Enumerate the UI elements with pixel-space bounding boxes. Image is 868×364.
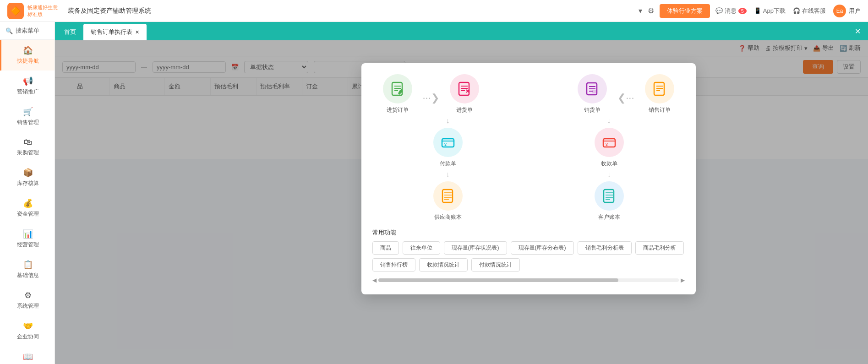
sidebar: 🔍 搜索菜单 🏠 快捷导航 📢 营销推广 🛒 销售管理 🛍 采购管理 📦 库存核… [0,22,55,364]
search-icon: 🔍 [5,27,13,34]
flow-arrows-down-row2: ↓ ↓ [372,116,685,126]
header-right: 💬 消息 5 📱 App下载 🎧 在线客服 Ea 用户 [715,5,861,17]
flow-node-customer-ledger[interactable]: 客户账本 [584,181,634,221]
modal-overlay[interactable]: 进货订单 ···❯ 进货单 [55,40,868,364]
func-buttons-row1: 商品 往来单位 现存量(库存状况表) 现存量(库存分布表) 销售毛利分析表 商品… [372,241,685,255]
content-area: ❓ 帮助 🖨 按模板打印 ▾ 📤 导出 🔄 刷新 — 📅 [55,40,868,364]
download-icon: 📱 [754,7,761,14]
flow-row-3: 供应商账本 客户账本 [372,181,685,221]
flow-node-purchase-order[interactable]: 进货订单 [372,74,423,114]
func-btn-sales-margin[interactable]: 销售毛利分析表 [578,241,632,255]
tab-sales-exec[interactable]: 销售订单执行表 ✕ [83,24,147,40]
flow-row-1: 进货订单 ···❯ 进货单 [372,74,685,114]
flow-node-sales-bill[interactable]: 销货单 [567,74,617,114]
svg-text:¥: ¥ [605,142,608,147]
func-btn-stock-status[interactable]: 现存量(库存状况表) [444,241,507,255]
main-content: 首页 销售订单执行表 ✕ ✕ ❓ 帮助 🖨 按模板打印 ▾ 📤 导出 [55,22,868,364]
tab-close-icon[interactable]: ✕ [135,29,139,35]
system-icon: ⚙ [24,290,32,300]
dropdown-icon[interactable]: ▾ [639,6,642,15]
sidebar-item-finance[interactable]: 💰 资金管理 [0,193,55,223]
sidebar-item-operations[interactable]: 📊 经营管理 [0,223,55,254]
sidebar-item-newbie[interactable]: 📖 新手引导 [0,346,55,364]
modal-scrollbar: ◀ ▶ [372,277,685,283]
finance-icon: 💰 [23,198,33,208]
flow-arrows-down-row3: ↓ ↓ [372,169,685,179]
search-menu-button[interactable]: 🔍 搜索菜单 [0,22,55,40]
scroll-left-icon[interactable]: ◀ [372,277,377,283]
svg-rect-20 [603,139,615,147]
arrow-down-payment: ↓ [423,170,473,179]
inventory-icon: 📦 [23,168,33,178]
func-btn-partner[interactable]: 往来单位 [403,241,440,255]
flow-col-sales-order: 销售订单 [634,74,685,114]
func-btn-product[interactable]: 商品 [372,241,399,255]
logo-icon: 🔶 [7,3,24,19]
home-icon: 🏠 [23,45,33,55]
enterprise-icon: 🤝 [23,321,33,331]
message-icon: 💬 [715,7,723,14]
settings-icon[interactable]: ⚙ [648,6,654,15]
sidebar-item-base-info[interactable]: 📋 基础信息 [0,254,55,285]
flow-row-2: ¥ 付款单 ¥ 收款单 [372,128,685,168]
flow-node-sales-order[interactable]: 销售订单 [634,74,685,114]
sidebar-item-quick-nav[interactable]: 🏠 快捷导航 [0,40,55,71]
scrollbar-track[interactable] [378,278,679,282]
tab-home[interactable]: 首页 [57,24,83,40]
try-industry-button[interactable]: 体验行业方案 [660,4,710,18]
sidebar-item-system[interactable]: ⚙ 系统管理 [0,285,55,315]
tab-bar-close-icon[interactable]: ✕ [849,27,866,36]
flow-node-payment-bill[interactable]: ¥ 付款单 [423,128,473,168]
arrow-down-sales: ↓ [584,117,634,125]
flow-node-receipt-bill[interactable]: ¥ 收款单 [584,128,634,168]
func-btn-stock-dist[interactable]: 现存量(库存分布表) [511,241,574,255]
sidebar-item-marketing[interactable]: 📢 营销推广 [0,71,55,101]
sidebar-item-inventory[interactable]: 📦 库存核算 [0,162,55,193]
flow-node-supplier-ledger[interactable]: 供应商账本 [423,181,473,221]
user-area[interactable]: Ea 用户 [833,5,861,17]
svg-rect-17 [442,139,454,147]
scroll-right-icon[interactable]: ▶ [681,277,685,283]
common-functions: 常用功能 商品 往来单位 现存量(库存状况表) 现存量(库存分布表) 销售毛利分… [372,228,685,272]
message-button[interactable]: 💬 消息 5 [715,7,747,15]
purchase-bill-circle [450,74,479,103]
newbie-icon: 📖 [23,352,33,362]
payment-bill-circle: ¥ [433,128,463,157]
arrow-down-receipt: ↓ [584,170,634,179]
tab-bar: 首页 销售订单执行表 ✕ ✕ [55,22,868,40]
customer-ledger-circle [595,181,624,211]
flow-col-purchase-bill: 进货单 [439,74,490,114]
sales-bill-circle [578,74,607,103]
scrollbar-thumb [378,278,619,282]
sales-icon: 🛒 [23,107,33,117]
arrow-h2: ❮··· [617,92,634,114]
flow-col-purchase-order: 进货订单 [372,74,423,114]
sidebar-item-sales[interactable]: 🛒 销售管理 [0,101,55,132]
func-buttons-row2: 销售排行榜 收款情况统计 付款情况统计 [372,258,685,272]
func-btn-payment-stat[interactable]: 付款情况统计 [471,258,520,272]
func-btn-sales-rank[interactable]: 销售排行榜 [372,258,415,272]
receipt-bill-circle: ¥ [595,128,624,157]
func-btn-product-margin[interactable]: 商品毛利分析 [635,241,684,255]
logo-area: 🔶 畅康通好生意 标准版 [7,3,62,19]
base-info-icon: 📋 [23,260,33,270]
logo-text: 畅康通好生意 标准版 [27,4,58,17]
purchase-icon: 🛍 [24,137,32,147]
arrow-h1: ···❯ [423,92,439,114]
flow-node-purchase-bill[interactable]: 进货单 [439,74,490,114]
svg-rect-12 [592,90,597,93]
sidebar-item-enterprise[interactable]: 🤝 企业协同 [0,315,55,346]
svg-text:¥: ¥ [444,142,447,147]
service-icon: 🎧 [793,7,800,14]
supplier-ledger-circle [433,181,463,211]
online-service-button[interactable]: 🎧 在线客服 [793,7,826,15]
flow-col-sales-bill: 销货单 [567,74,617,114]
func-btn-receipt-stat[interactable]: 收款情况统计 [419,258,468,272]
quick-nav-modal: 进货订单 ···❯ 进货单 [361,63,696,294]
message-badge: 5 [738,8,747,14]
svg-rect-28 [604,190,614,202]
sidebar-item-purchase[interactable]: 🛍 采购管理 [0,132,55,162]
app-download-button[interactable]: 📱 App下载 [754,7,786,15]
sales-order-circle [645,74,674,103]
arrow-down-purchase: ↓ [423,117,473,125]
